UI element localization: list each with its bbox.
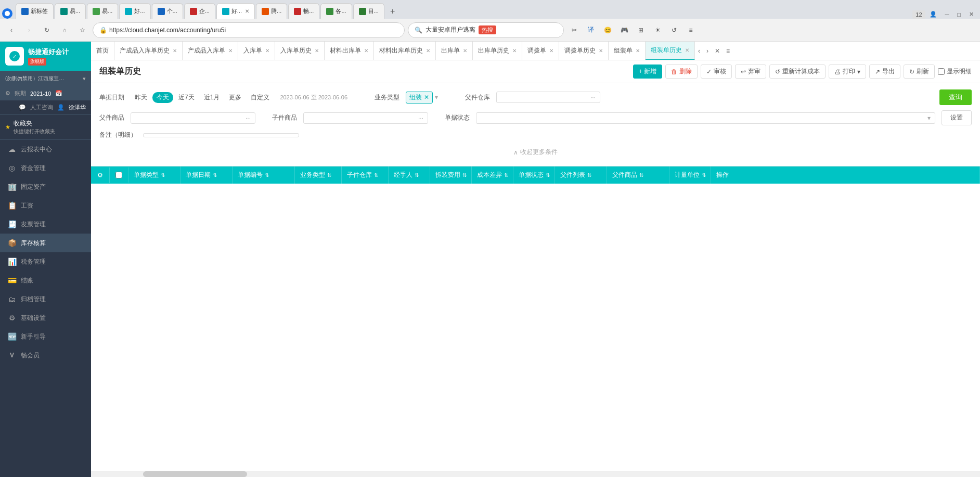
app-tab-in-hist[interactable]: 入库单历史 ✕ (275, 42, 325, 60)
app-tab-close-out[interactable]: ✕ (463, 48, 467, 54)
app-tab-close-in-order[interactable]: ✕ (265, 48, 269, 54)
export-button[interactable]: ↗ 导出 (869, 65, 900, 79)
date-btn-yesterday[interactable]: 昨天 (131, 92, 151, 103)
select-all-checkbox[interactable] (115, 172, 122, 178)
refresh-browser-button[interactable]: ↻ (40, 23, 54, 37)
browser-tab-11[interactable]: 目... (353, 3, 384, 19)
app-tab-pack-hist[interactable]: 组装单历史 ✕ (646, 42, 695, 60)
app-tab-prod-in-hist[interactable]: 产成品入库单历史 ✕ (114, 42, 183, 60)
app-tab-home[interactable]: 首页 (91, 42, 114, 60)
collapse-bar[interactable]: ∧ 收起更多条件 (99, 145, 972, 160)
child-goods-input[interactable]: ··· (303, 112, 428, 124)
col-checkbox[interactable] (110, 167, 128, 183)
scissors-icon[interactable]: ✂ (567, 23, 582, 37)
app-tab-close-mat-out[interactable]: ✕ (364, 48, 368, 54)
col-handler[interactable]: 经手人 ⇅ (389, 166, 430, 184)
app-tab-close-out-hist[interactable]: ✕ (512, 48, 517, 54)
sidebar-item-invoice[interactable]: 🧾 发票管理 (0, 215, 91, 234)
app-tab-prod-in[interactable]: 产成品入库单 ✕ (183, 42, 238, 60)
sidebar-item-settings[interactable]: ⚙ 基础设置 (0, 308, 91, 327)
browser-tab-2[interactable]: 易... (55, 3, 86, 19)
settings-button[interactable]: 设置 (942, 110, 972, 125)
app-tab-out-hist[interactable]: 出库单历史 ✕ (473, 42, 522, 60)
app-tab-mat-out-hist[interactable]: 材料出库单历史 ✕ (374, 42, 436, 60)
new-tab-button[interactable]: + (385, 4, 400, 19)
recalc-button[interactable]: ↺ 重新计算成本 (769, 65, 826, 79)
app-tab-close-pack-hist[interactable]: ✕ (685, 47, 689, 53)
game-icon[interactable]: 🎮 (617, 23, 631, 37)
profile-icon[interactable]: 👤 (925, 10, 941, 19)
app-tab-close-mat-out-hist[interactable]: ✕ (426, 48, 430, 54)
app-tab-close-assemble-hist[interactable]: ✕ (599, 48, 603, 54)
grid-icon[interactable]: ⊞ (634, 23, 648, 37)
tab-close-all[interactable]: ✕ (712, 47, 723, 55)
col-parent-goods[interactable]: 父件商品 ⇅ (607, 166, 669, 184)
browser-tab-7[interactable]: 好... ✕ (216, 3, 255, 19)
browser-tab-1[interactable]: 新标签 (16, 3, 54, 19)
show-detail-checkbox[interactable] (938, 68, 945, 75)
delete-button[interactable]: 🗑 删除 (665, 65, 698, 79)
app-tab-assemble-hist[interactable]: 调拨单历史 ✕ (559, 42, 609, 60)
favorites-bar[interactable]: ★ 收藏夹 快捷键打开收藏夹 (0, 115, 91, 140)
sidebar-item-payroll[interactable]: 📋 工资 (0, 196, 91, 215)
date-btn-custom[interactable]: 自定义 (247, 92, 274, 103)
browser-tab-6[interactable]: 企... (184, 3, 215, 19)
sidebar-item-archive[interactable]: 🗂 归档管理 (0, 290, 91, 308)
review-button[interactable]: ✓ 审核 (701, 65, 732, 79)
browser-tab-10[interactable]: 各... (320, 3, 352, 19)
app-tab-close-pack[interactable]: ✕ (636, 48, 640, 54)
app-tab-close-prod-in[interactable]: ✕ (228, 48, 233, 54)
browser-tab-5[interactable]: 个... (152, 3, 183, 19)
date-btn-more[interactable]: 更多 (225, 92, 246, 103)
back-button[interactable]: ‹ (4, 23, 19, 37)
col-settings[interactable]: ⚙ (91, 167, 110, 183)
app-tab-in-order[interactable]: 入库单 ✕ (238, 42, 275, 60)
biz-type-dropdown-icon[interactable]: ▾ (435, 94, 438, 101)
date-btn-1month[interactable]: 近1月 (200, 92, 224, 103)
remark-input[interactable] (143, 133, 299, 137)
query-button[interactable]: 查询 (939, 89, 972, 105)
minimize-button[interactable]: ─ (941, 10, 953, 19)
col-unit[interactable]: 计量单位 ⇅ (669, 166, 711, 184)
app-tab-assemble[interactable]: 调拨单 ✕ (522, 42, 559, 60)
company-selector[interactable]: (勿删勿禁用）江西服宝测试专用 ▾ (0, 71, 91, 86)
browser-tab-close-7[interactable]: ✕ (245, 8, 249, 14)
col-parent-list[interactable]: 父件列表 ⇅ (555, 166, 607, 184)
app-tab-close-in-hist[interactable]: ✕ (315, 48, 319, 54)
bill-status-select[interactable]: ▾ (476, 112, 935, 124)
forward-button[interactable]: › (22, 23, 36, 37)
parent-goods-input[interactable]: ··· (131, 112, 255, 124)
bookmark-button[interactable]: ☆ (75, 23, 89, 37)
col-cost-diff[interactable]: 成本差异 ⇅ (472, 166, 513, 184)
brightness-icon[interactable]: ☀ (650, 23, 665, 37)
show-detail-label[interactable]: 显示明细 (938, 67, 972, 76)
close-button[interactable]: ✕ (965, 10, 978, 19)
col-bill-date[interactable]: 单据日期 ⇅ (180, 166, 233, 184)
sidebar-item-guide[interactable]: 🆕 新手引导 (0, 327, 91, 346)
menu-icon[interactable]: ≡ (684, 23, 698, 37)
sidebar-item-settlement[interactable]: 💳 结账 (0, 271, 91, 290)
col-child-warehouse[interactable]: 子件仓库 ⇅ (342, 166, 389, 184)
sidebar-item-inventory[interactable]: 📦 库存核算 (0, 234, 91, 252)
app-tab-close-assemble[interactable]: ✕ (549, 48, 553, 54)
date-btn-today[interactable]: 今天 (152, 92, 173, 103)
tab-scroll-right[interactable]: › (703, 47, 712, 55)
browser-tab-4[interactable]: 好... (119, 3, 150, 19)
app-tab-mat-out[interactable]: 材料出库单 ✕ (325, 42, 374, 60)
date-btn-7days[interactable]: 近7天 (174, 92, 199, 103)
scrollbar-thumb[interactable] (143, 471, 247, 477)
browser-tab-3[interactable]: 易... (87, 3, 118, 19)
print-button[interactable]: 🖨 打印 ▾ (829, 65, 866, 79)
col-bill-type[interactable]: 单据类型 ⇅ (128, 166, 180, 184)
col-bill-status[interactable]: 单据状态 ⇅ (513, 166, 555, 184)
col-bill-no[interactable]: 单据编号 ⇅ (233, 166, 295, 184)
refresh-button[interactable]: ↻ 刷新 (904, 65, 935, 79)
app-tab-close-prod-in-hist[interactable]: ✕ (173, 48, 177, 54)
app-tab-pack[interactable]: 组装单 ✕ (609, 42, 646, 60)
tab-menu[interactable]: ≡ (723, 47, 733, 55)
sidebar-item-tax[interactable]: 📊 税务管理 (0, 252, 91, 271)
tab-scroll-left[interactable]: ‹ (695, 47, 703, 55)
app-tab-out[interactable]: 出库单 ✕ (436, 42, 473, 60)
parent-warehouse-input[interactable]: ··· (496, 92, 600, 103)
col-disasm-fee[interactable]: 拆装费用 ⇅ (430, 166, 472, 184)
